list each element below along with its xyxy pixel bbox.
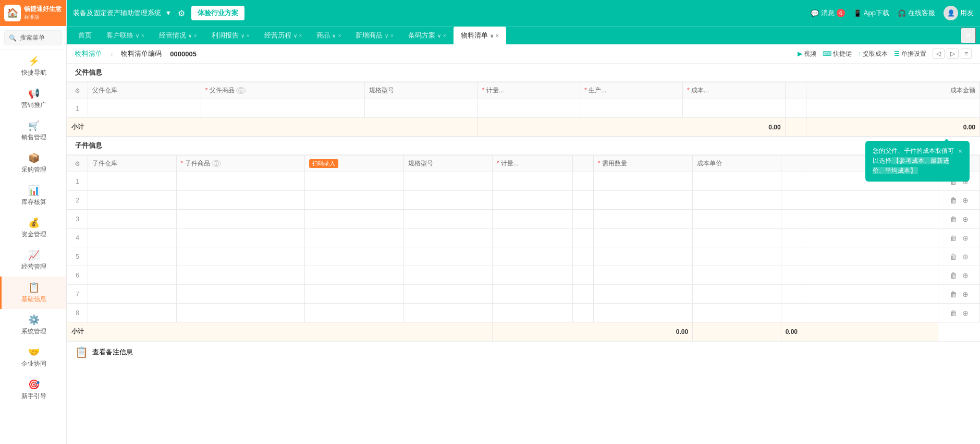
child-col-settings[interactable]: ⚙ bbox=[67, 155, 88, 172]
prev-button[interactable]: ◁ bbox=[933, 49, 945, 59]
delete-row-button[interactable]: 🗑 bbox=[949, 233, 958, 243]
child-unit-cost-cell[interactable] bbox=[693, 247, 781, 266]
child-unit-cost-cell[interactable] bbox=[693, 191, 781, 210]
settings-button[interactable]: ⚙ bbox=[176, 6, 187, 20]
child-warehouse-cell[interactable] bbox=[88, 191, 177, 210]
search-menu-button[interactable]: 🔍 搜索菜单 bbox=[4, 30, 62, 45]
sidebar-item-enterprise[interactable]: 🤝 企业协同 bbox=[0, 341, 66, 374]
sidebar-item-inventory[interactable]: 📊 库存核算 bbox=[0, 179, 66, 212]
experience-button[interactable]: 体验行业方案 bbox=[191, 6, 244, 20]
child-col-scan[interactable]: 扫码录入 bbox=[304, 155, 403, 172]
child-spec-cell[interactable] bbox=[404, 266, 493, 285]
child-unit-cell[interactable] bbox=[492, 247, 572, 266]
single-setting-action[interactable]: ☰ 单据设置 bbox=[894, 50, 926, 58]
tab-new-product[interactable]: 新增商品 ∨ × bbox=[348, 27, 401, 44]
child-qty-cell[interactable] bbox=[593, 172, 692, 191]
tab-close-icon[interactable]: × bbox=[247, 33, 250, 39]
sidebar-item-sales[interactable]: 🛒 销售管理 bbox=[0, 115, 66, 147]
delete-row-button[interactable]: 🗑 bbox=[949, 251, 958, 262]
child-qty-cell[interactable] bbox=[593, 266, 692, 285]
sidebar-search-area[interactable]: 🔍 搜索菜单 bbox=[0, 26, 66, 50]
tab-operation-history[interactable]: 经营历程 ∨ × bbox=[257, 27, 310, 44]
child-product-cell[interactable] bbox=[176, 210, 304, 229]
sidebar-item-quick-nav[interactable]: ⚡ 快捷导航 bbox=[0, 50, 66, 82]
sidebar-item-operation[interactable]: 📈 经营管理 bbox=[0, 244, 66, 277]
child-unit-cost-cell[interactable] bbox=[693, 266, 781, 285]
tab-close-icon[interactable]: × bbox=[141, 33, 144, 39]
copy-row-button[interactable]: ⊕ bbox=[961, 289, 970, 299]
message-action[interactable]: 💬 消息 6 bbox=[811, 8, 845, 18]
child-scan-cell[interactable] bbox=[304, 191, 403, 210]
child-unit-cell[interactable] bbox=[492, 266, 572, 285]
child-warehouse-cell[interactable] bbox=[88, 266, 177, 285]
close-all-tabs-button[interactable]: × bbox=[961, 28, 976, 43]
child-unit-cost-cell[interactable] bbox=[693, 210, 781, 229]
parent-unit-cell[interactable] bbox=[477, 99, 580, 118]
child-warehouse-cell[interactable] bbox=[88, 210, 177, 229]
child-warehouse-cell[interactable] bbox=[88, 285, 177, 304]
parent-spec-cell[interactable] bbox=[365, 99, 478, 118]
tab-barcode[interactable]: 条码方案 ∨ × bbox=[401, 27, 454, 44]
app-download-action[interactable]: 📱 App下载 bbox=[853, 8, 889, 18]
tab-close-icon[interactable]: × bbox=[338, 33, 341, 39]
child-unit-cell[interactable] bbox=[492, 304, 572, 322]
child-unit-cost-cell[interactable] bbox=[693, 229, 781, 247]
child-product-cell[interactable] bbox=[176, 247, 304, 266]
delete-row-button[interactable]: 🗑 bbox=[949, 195, 958, 206]
video-action[interactable]: ▶ 视频 bbox=[798, 50, 816, 58]
child-unit-cell[interactable] bbox=[492, 191, 572, 210]
sidebar-item-purchase[interactable]: 📦 采购管理 bbox=[0, 147, 66, 179]
child-scan-cell[interactable] bbox=[304, 210, 403, 229]
sidebar-item-marketing[interactable]: 📢 营销推广 bbox=[0, 82, 66, 115]
tooltip-close-button[interactable]: × bbox=[958, 146, 962, 157]
parent-cost-cell[interactable] bbox=[683, 99, 786, 118]
child-spec-cell[interactable] bbox=[404, 304, 493, 322]
parent-produce-cell[interactable] bbox=[580, 99, 683, 118]
child-unit-cost-cell[interactable] bbox=[693, 172, 781, 191]
child-scan-cell[interactable] bbox=[304, 229, 403, 247]
child-qty-cell[interactable] bbox=[593, 304, 692, 322]
sidebar-item-finance[interactable]: 💰 资金管理 bbox=[0, 212, 66, 244]
child-product-cell[interactable] bbox=[176, 304, 304, 322]
child-qty-cell[interactable] bbox=[593, 191, 692, 210]
layout-button[interactable]: ≡ bbox=[961, 49, 972, 59]
sidebar-item-system[interactable]: ⚙️ 系统管理 bbox=[0, 309, 66, 341]
child-unit-cost-cell[interactable] bbox=[693, 285, 781, 304]
child-spec-cell[interactable] bbox=[404, 247, 493, 266]
tab-close-icon[interactable]: × bbox=[194, 33, 197, 39]
parent-product-cell[interactable] bbox=[201, 99, 364, 118]
sidebar-item-basic[interactable]: 📋 基础信息 bbox=[0, 277, 66, 309]
child-spec-cell[interactable] bbox=[404, 210, 493, 229]
tab-close-icon[interactable]: × bbox=[443, 33, 446, 39]
scan-badge[interactable]: 扫码录入 bbox=[309, 159, 338, 168]
child-unit-cost-cell[interactable] bbox=[693, 304, 781, 322]
child-scan-cell[interactable] bbox=[304, 247, 403, 266]
extract-cost-action[interactable]: ↑ 提取成本 bbox=[858, 50, 888, 58]
delete-row-button[interactable]: 🗑 bbox=[949, 308, 958, 318]
online-service-action[interactable]: 🎧 在线客服 bbox=[898, 8, 935, 18]
copy-row-button[interactable]: ⊕ bbox=[961, 308, 970, 318]
next-button[interactable]: ▷ bbox=[947, 49, 959, 59]
child-scan-cell[interactable] bbox=[304, 172, 403, 191]
tab-close-icon[interactable]: × bbox=[496, 33, 499, 39]
child-product-cell[interactable] bbox=[176, 266, 304, 285]
breadcrumb-parent[interactable]: 物料清单 bbox=[75, 49, 102, 58]
child-warehouse-cell[interactable] bbox=[88, 304, 177, 322]
child-scan-cell[interactable] bbox=[304, 266, 403, 285]
child-product-cell[interactable] bbox=[176, 285, 304, 304]
child-unit-cell[interactable] bbox=[492, 285, 572, 304]
note-icon[interactable]: 📋 bbox=[75, 346, 88, 358]
child-product-cell[interactable] bbox=[176, 172, 304, 191]
child-scan-cell[interactable] bbox=[304, 304, 403, 322]
tab-close-icon[interactable]: × bbox=[390, 33, 394, 39]
child-qty-cell[interactable] bbox=[593, 210, 692, 229]
tab-operation-status[interactable]: 经营情况 ∨ × bbox=[152, 27, 204, 44]
child-qty-cell[interactable] bbox=[593, 247, 692, 266]
child-scan-cell[interactable] bbox=[304, 285, 403, 304]
parent-warehouse-cell[interactable] bbox=[88, 99, 201, 118]
child-spec-cell[interactable] bbox=[404, 191, 493, 210]
child-product-cell[interactable] bbox=[176, 229, 304, 247]
child-unit-cell[interactable] bbox=[492, 229, 572, 247]
tab-home[interactable]: 首页 bbox=[71, 27, 99, 44]
user-action[interactable]: 👤 用友 bbox=[944, 6, 974, 20]
